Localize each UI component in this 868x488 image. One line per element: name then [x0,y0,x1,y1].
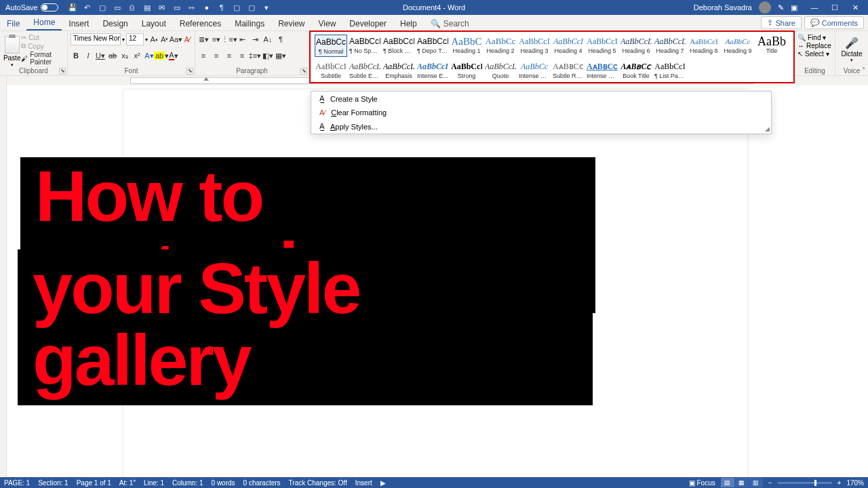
tab-references[interactable]: References [173,16,228,30]
numbering-button[interactable]: ≡▾ [211,34,222,45]
select-button[interactable]: ↖Select▾ [797,50,832,58]
multilevel-button[interactable]: ⋮≡▾ [224,34,235,45]
minimize-button[interactable]: — [804,0,825,15]
status-at[interactable]: At: 1" [119,479,136,487]
dictate-button[interactable]: 🎤 Dictate ▾ [838,33,865,63]
show-marks-button[interactable]: ¶ [275,34,286,45]
focus-mode-button[interactable]: ▣ Focus [689,479,715,487]
style-heading-3[interactable]: AaBbCcIHeading 3 [518,35,551,57]
highlight-button[interactable]: ab▾ [156,50,167,61]
spacing-icon[interactable]: ⇿ [187,3,197,12]
change-case-button[interactable]: Aa▾ [170,34,181,45]
comments-button[interactable]: 💬Comments [804,16,864,29]
copy-button[interactable]: ⧉Copy [21,42,64,50]
style--depo-text[interactable]: AaBbCcI¶ Depo Text [416,35,449,57]
apply-styles-item[interactable]: A̲Apply Styles... [311,119,771,134]
status-section[interactable]: Section: 1 [38,479,68,487]
pilcrow-icon[interactable]: ¶ [217,3,226,12]
style-title[interactable]: AaBbTitle [755,35,788,57]
more-icon[interactable]: ▢ [247,3,256,12]
tab-developer[interactable]: Developer [342,16,393,30]
tab-insert[interactable]: Insert [62,16,96,30]
cut-button[interactable]: ✂Cut [21,34,64,41]
style-quote[interactable]: AaBbCcLQuote [484,60,517,81]
email-icon[interactable]: ✉ [157,3,167,12]
vertical-ruler[interactable] [0,85,7,477]
autosave-toggle[interactable]: AutoSave [5,3,58,12]
preview-icon[interactable]: ▤ [142,3,152,12]
style-subtitle[interactable]: AaBbCcISubtitle [315,60,347,81]
zoom-out-button[interactable]: − [768,479,772,487]
style-heading-6[interactable]: AaBbCcDHeading 6 [620,35,652,57]
style-intense-e-[interactable]: AaBbCcIIntense E... [416,60,449,81]
style-intense-q-[interactable]: AaBbCcIntense Q... [518,60,551,81]
tab-mailings[interactable]: Mailings [228,16,271,30]
borders-button[interactable]: ▦▾ [275,50,286,61]
create-style-item[interactable]: A̲Create a Style [311,92,771,106]
superscript-button[interactable]: x² [132,50,142,61]
line-spacing-button[interactable]: ‡≡▾ [250,50,260,61]
style-emphasis[interactable]: AaBbCcLEmphasis [382,60,415,81]
status-column[interactable]: Column: 1 [172,479,203,487]
style-subtle-em-[interactable]: AaBbCcLSubtle Em... [349,60,381,81]
tab-view[interactable]: View [312,16,343,30]
style-book-title[interactable]: AᴀBʙCᴄBook Title [620,60,652,81]
align-right-button[interactable]: ≡ [224,50,235,61]
tab-home[interactable]: Home [26,15,62,30]
style-heading-8[interactable]: AaBbCcIHeading 8 [688,35,720,57]
undo-icon[interactable]: ↶ [83,3,92,12]
tab-layout[interactable]: Layout [135,16,173,30]
shrink-font-button[interactable]: A▾ [160,34,170,45]
bullets-button[interactable]: ≣▾ [198,34,209,45]
open-icon[interactable]: ▭ [113,3,122,12]
style-strong[interactable]: AaBbCcIStrong [450,60,483,81]
clear-format-icon[interactable]: A⁄ [182,34,192,45]
format-painter-button[interactable]: 🖌Format Painter [21,51,64,66]
style-heading-4[interactable]: AaBbCcIHeading 4 [552,35,585,57]
font-color-button[interactable]: A▾ [168,50,179,61]
justify-button[interactable]: ≡ [237,50,248,61]
styles-icon[interactable]: ▢ [232,3,241,12]
tab-review[interactable]: Review [271,16,311,30]
font-launcher[interactable]: ⬊ [186,68,193,75]
collapse-ribbon-icon[interactable]: ˄ [862,66,865,74]
subscript-button[interactable]: x₂ [119,50,130,61]
style-heading-2[interactable]: AaBbCcHeading 2 [484,35,517,57]
resize-handle-icon[interactable]: ◢ [765,125,770,132]
user-avatar[interactable] [759,1,771,14]
print-icon[interactable]: ⎙ [127,3,137,12]
font-name-select[interactable]: Times New Rom [71,33,121,45]
style-heading-7[interactable]: AaBbCcDHeading 7 [654,35,686,57]
zoom-slider[interactable] [778,482,832,484]
status-insert[interactable]: Insert [355,479,372,487]
maximize-button[interactable]: ☐ [825,0,845,15]
replace-button[interactable]: ↔Replace [797,42,832,49]
status-pageof[interactable]: Page 1 of 1 [77,479,111,487]
tab-file[interactable]: File [0,16,26,30]
macro-icon[interactable]: ▶ [380,479,386,487]
status-line[interactable]: Line: 1 [144,479,164,487]
read-mode-view[interactable]: ▦ [735,478,749,487]
style-intense-r-[interactable]: AᴀBʙCᴄIntense R... [586,60,618,81]
status-track[interactable]: Track Changes: Off [289,479,347,487]
align-left-button[interactable]: ≡ [198,50,209,61]
style--normal[interactable]: AaBbCcI¶ Normal [315,35,347,57]
drawing-icon[interactable]: ✎ [778,3,784,12]
web-layout-view[interactable]: ▥ [749,478,763,487]
share-button[interactable]: ⇪Share [761,16,801,29]
status-words[interactable]: 0 words [212,479,235,487]
user-name[interactable]: Deborah Savadra [694,3,752,12]
save-all-icon[interactable]: ▭ [172,3,182,12]
style--no-spac-[interactable]: AaBbCcI¶ No Spac... [349,35,381,57]
strike-button[interactable]: ab [107,50,118,61]
sort-button[interactable]: A↓ [262,34,273,45]
shading-button[interactable]: ◧▾ [262,50,273,61]
style-heading-1[interactable]: AaBbCHeading 1 [450,35,483,57]
bold-button[interactable]: B [71,50,81,61]
font-size-select[interactable]: 12 [126,33,144,45]
clear-formatting-item[interactable]: A⁄Clear Formatting [311,106,771,119]
find-button[interactable]: 🔍Find▾ [797,34,832,41]
italic-button[interactable]: I [83,50,94,61]
style--block-q-[interactable]: AaBbCcI¶ Block Q... [382,35,415,57]
underline-button[interactable]: U▾ [95,50,106,61]
